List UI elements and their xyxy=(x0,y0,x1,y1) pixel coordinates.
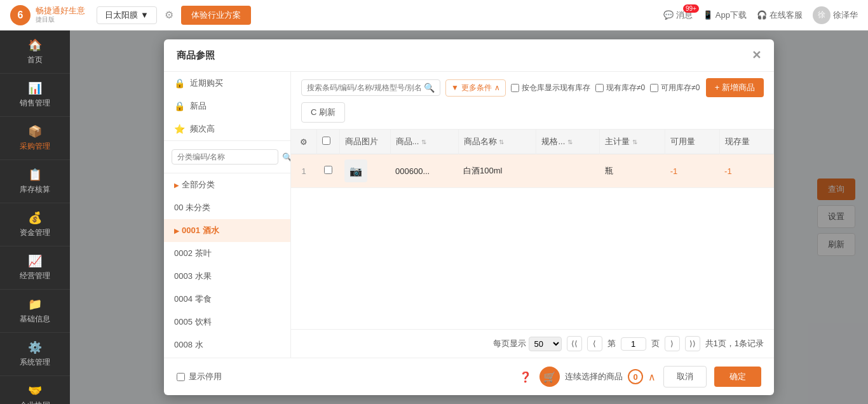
th-image[interactable]: 商品图片 xyxy=(339,130,390,154)
message-icon: 💬 xyxy=(663,10,674,20)
prev-page-button[interactable]: ⟨ xyxy=(587,336,602,351)
product-table: ⚙ 商品图片 商品... ⇅ xyxy=(291,130,774,188)
more-filter-button[interactable]: ▼ 更多条件 ∧ xyxy=(445,79,506,97)
warehouse-stock-checkbox[interactable] xyxy=(511,84,519,92)
modal-close-button[interactable]: ✕ xyxy=(752,48,761,62)
enterprise-icon: 🤝 xyxy=(28,384,42,398)
category-search-bar: 🔍 《 xyxy=(164,141,290,173)
system-icon: ⚙️ xyxy=(28,340,42,354)
avatar: 徐 xyxy=(813,6,831,24)
sidebar-item-operations[interactable]: 📈 经营管理 xyxy=(0,246,70,290)
sidebar-item-purchase[interactable]: 📦 采购管理 xyxy=(0,117,70,160)
collapse-cart-button[interactable]: ∧ xyxy=(648,371,656,383)
first-page-button[interactable]: ⟨⟨ xyxy=(567,336,582,351)
sidebar: 🏠 首页 📊 销售管理 📦 采购管理 📋 库存核算 💰 资金管理 📈 经营管理 … xyxy=(0,30,70,404)
show-disabled-input[interactable] xyxy=(177,373,185,381)
row-unit: 瓶 xyxy=(600,154,665,188)
page-size-selector: 每页显示 50 10 20 100 xyxy=(493,337,562,351)
category-item-all[interactable]: ▶ 全部分类 xyxy=(164,173,290,196)
sort-icon-unit: ⇅ xyxy=(632,138,637,145)
category-list: ▶ 全部分类 00 未分类 ▶ 0001 酒水 0002 茶 xyxy=(164,173,290,358)
th-settings[interactable]: ⚙ xyxy=(291,130,316,154)
th-available[interactable]: 可用量 xyxy=(665,130,719,154)
store-selector[interactable]: 日太阳膜 ▼ xyxy=(97,6,157,24)
category-item-water[interactable]: 0008 水 xyxy=(164,333,290,356)
available-stock-filter[interactable]: 可用库存≠0 xyxy=(650,83,700,93)
messages-nav-item[interactable]: 💬 消息 99+ xyxy=(663,10,693,21)
th-checkbox[interactable] xyxy=(316,130,339,154)
th-unit[interactable]: 主计量 ⇅ xyxy=(600,130,665,154)
help-icon[interactable]: ❓ xyxy=(519,371,532,383)
category-item-snack[interactable]: 0004 零食 xyxy=(164,288,290,311)
cancel-button[interactable]: 取消 xyxy=(663,366,707,387)
page-size-select[interactable]: 50 10 20 100 xyxy=(529,337,562,351)
table-row[interactable]: 1 📷 000600... 白酒100ml 瓶 xyxy=(291,154,774,188)
nav-right: 💬 消息 99+ 📱 App下载 🎧 在线客服 徐 徐泽华 xyxy=(663,6,858,24)
app-download-nav-item[interactable]: 📱 App下载 xyxy=(703,10,747,21)
inventory-icon: 📋 xyxy=(28,168,42,182)
available-stock-checkbox[interactable] xyxy=(650,84,658,92)
modal-header: 商品参照 ✕ xyxy=(164,39,774,72)
sidebar-item-system[interactable]: ⚙️ 系统管理 xyxy=(0,333,70,376)
search-toolbar: 🔍 ▼ 更多条件 ∧ 按仓库显示现有库存 xyxy=(291,72,774,130)
quick-item-frequent[interactable]: ⭐ 频次高 xyxy=(164,118,290,140)
cart-icon: 🛒 xyxy=(539,367,560,387)
warehouse-stock-filter[interactable]: 按仓库显示现有库存 xyxy=(511,83,590,93)
filter-icon: ▼ xyxy=(451,83,459,92)
settings-icon[interactable]: ⚙ xyxy=(165,9,173,21)
row-select-checkbox[interactable] xyxy=(324,166,332,174)
product-table-area: ⚙ 商品图片 商品... ⇅ xyxy=(291,130,774,329)
message-badge: 99+ xyxy=(683,4,699,13)
cart-area: 🛒 连续选择的商品 0 ∧ xyxy=(539,367,656,387)
category-item-tea[interactable]: 0002 茶叶 xyxy=(164,242,290,265)
modal-title: 商品参照 xyxy=(177,50,215,62)
logo-sub: 捷目版 xyxy=(36,15,85,24)
th-code[interactable]: 商品... ⇅ xyxy=(390,130,458,154)
category-search-icon[interactable]: 🔍 xyxy=(282,152,291,162)
home-icon: 🏠 xyxy=(28,38,42,52)
sidebar-item-basic-info[interactable]: 📁 基础信息 xyxy=(0,290,70,333)
category-item-uncategorized[interactable]: 00 未分类 xyxy=(164,196,290,219)
operations-icon: 📈 xyxy=(28,254,42,268)
th-stock[interactable]: 现存量 xyxy=(719,130,773,154)
user-nav-item[interactable]: 徐 徐泽华 xyxy=(813,6,858,24)
product-reference-modal: 商品参照 ✕ 🔒 近期购买 🔒 xyxy=(164,39,774,395)
refresh-button[interactable]: C 刷新 xyxy=(301,102,345,123)
select-all-checkbox[interactable] xyxy=(322,137,330,145)
page-number-input[interactable] xyxy=(621,337,646,351)
search-icon[interactable]: 🔍 xyxy=(424,83,435,93)
modal-body: 🔒 近期购买 🔒 新品 ⭐ 频次高 xyxy=(164,72,774,358)
show-disabled-checkbox[interactable]: 显示停用 xyxy=(177,371,222,382)
current-stock-checkbox[interactable] xyxy=(595,84,604,92)
next-page-button[interactable]: ⟩ xyxy=(665,336,680,351)
table-header-row: ⚙ 商品图片 商品... ⇅ xyxy=(291,130,774,154)
product-thumbnail: 📷 xyxy=(344,159,367,182)
logo-area: 6 畅捷通好生意 捷目版 xyxy=(10,5,86,25)
quick-item-new[interactable]: 🔒 新品 xyxy=(164,95,290,118)
trial-button[interactable]: 体验行业方案 xyxy=(181,6,251,25)
th-name[interactable]: 商品名称 ⇅ xyxy=(458,130,536,154)
online-service-nav-item[interactable]: 🎧 在线客服 xyxy=(757,10,803,21)
sidebar-item-home[interactable]: 🏠 首页 xyxy=(0,30,70,74)
sort-icon-code: ⇅ xyxy=(421,138,426,145)
th-spec[interactable]: 规格... ⇅ xyxy=(536,130,600,154)
category-search-input[interactable] xyxy=(172,149,278,165)
category-item-beverage[interactable]: 0005 饮料 xyxy=(164,311,290,333)
sidebar-item-enterprise[interactable]: 🤝 企业协同 xyxy=(0,376,70,404)
quick-item-recent[interactable]: 🔒 近期购买 xyxy=(164,72,290,95)
sidebar-item-finance[interactable]: 💰 资金管理 xyxy=(0,203,70,246)
add-product-button[interactable]: + 新增商品 xyxy=(706,78,764,97)
row-checkbox[interactable] xyxy=(316,154,339,188)
sidebar-item-sales[interactable]: 📊 销售管理 xyxy=(0,74,70,117)
last-page-button[interactable]: ⟩⟩ xyxy=(685,336,700,351)
confirm-button[interactable]: 确定 xyxy=(714,367,761,387)
purchase-icon: 📦 xyxy=(28,125,42,138)
category-item-liquor[interactable]: ▶ 0001 酒水 xyxy=(164,219,290,242)
sort-icon-spec: ⇅ xyxy=(567,138,573,145)
sort-icon-name: ⇅ xyxy=(499,138,504,145)
current-stock-filter[interactable]: 现有库存≠0 xyxy=(595,83,645,93)
sidebar-item-inventory[interactable]: 📋 库存核算 xyxy=(0,160,70,203)
product-search-input[interactable] xyxy=(307,83,421,92)
category-item-fruit[interactable]: 0003 水果 xyxy=(164,265,290,288)
lock-icon-new: 🔒 xyxy=(174,101,185,111)
